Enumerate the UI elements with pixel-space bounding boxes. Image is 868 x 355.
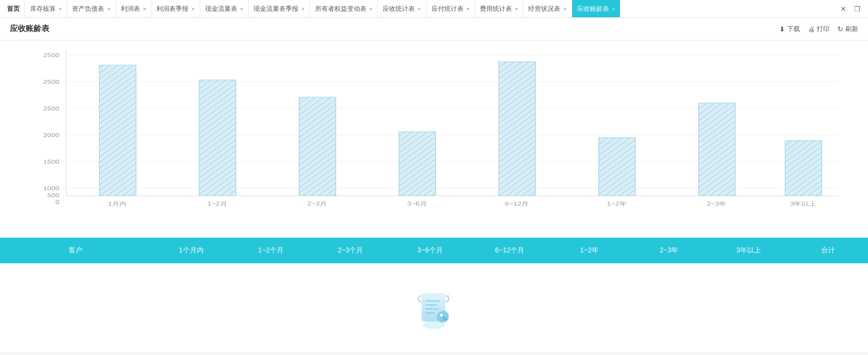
svg-line-45: [446, 292, 451, 295]
col-2-3year: 2~3年: [629, 246, 709, 255]
svg-text:1~2年: 1~2年: [607, 201, 626, 207]
tab-operations-close[interactable]: ×: [563, 6, 566, 12]
print-icon: 🖨: [808, 25, 815, 33]
download-icon: ⬇: [779, 25, 785, 33]
svg-text:2500: 2500: [43, 79, 60, 85]
tab-balance-label: 资产负债表: [72, 4, 104, 13]
tab-ar-aging-label: 应收账龄表: [577, 4, 609, 13]
table-header: 客户 1个月内 1~2个月 2~3个月 3~6个月 6~12个月 1~2年 2~…: [0, 238, 868, 263]
print-label: 打印: [817, 25, 830, 34]
tab-equity-label: 所有者权益变动表: [315, 4, 366, 13]
tab-cashflow-quarterly-label: 现金流量表季报: [253, 4, 298, 13]
tab-home-label: 首页: [7, 4, 20, 13]
refresh-label: 刷新: [845, 25, 858, 34]
svg-text:2~3月: 2~3月: [307, 201, 327, 207]
svg-rect-19: [199, 80, 236, 196]
window-restore-button[interactable]: ❐: [852, 4, 862, 14]
print-button[interactable]: 🖨 打印: [808, 25, 830, 34]
col-1-2year: 1~2年: [549, 246, 629, 255]
svg-rect-38: [425, 304, 437, 306]
tab-operations-label: 经营状况表: [528, 4, 560, 13]
tab-balance-close[interactable]: ×: [107, 6, 110, 12]
svg-text:2500: 2500: [43, 106, 60, 112]
svg-text:2000: 2000: [43, 132, 60, 139]
tab-ar-aging[interactable]: 应收账龄表 ×: [572, 0, 620, 18]
svg-text:500: 500: [47, 192, 60, 199]
tab-profit-close[interactable]: ×: [143, 6, 146, 12]
tab-profit-quarterly-label: 利润表季报: [156, 4, 188, 13]
download-label: 下载: [787, 25, 800, 34]
chart-area: 2500 2500 2500 2000 1500 1000 500 0: [0, 40, 868, 238]
header-actions: ⬇ 下载 🖨 打印 ↻ 刷新: [779, 25, 858, 34]
page-header: 应收账龄表 ⬇ 下载 🖨 打印 ↻ 刷新: [0, 18, 868, 40]
tab-inventory-close[interactable]: ×: [59, 6, 62, 12]
svg-rect-18: [100, 65, 136, 196]
tab-cashflow[interactable]: 现金流量表 ×: [200, 0, 249, 18]
svg-text:1月内: 1月内: [108, 201, 127, 207]
svg-text:1500: 1500: [43, 159, 60, 165]
svg-text:1~2月: 1~2月: [207, 201, 227, 207]
tab-operations[interactable]: 经营状况表 ×: [523, 0, 572, 18]
tab-ar-stat-label: 应收统计表: [383, 4, 415, 13]
svg-text:3年以上: 3年以上: [790, 201, 816, 207]
tab-cashflow-quarterly[interactable]: 现金流量表季报 ×: [249, 0, 310, 18]
col-3plus-year: 3年以上: [709, 246, 788, 255]
tab-ap-stat[interactable]: 应付统计表 ×: [427, 0, 475, 18]
svg-rect-37: [425, 300, 440, 302]
tab-inventory[interactable]: 库存核算 ×: [25, 0, 67, 18]
download-button[interactable]: ⬇ 下载: [779, 25, 800, 34]
tab-balance[interactable]: 资产负债表 ×: [67, 0, 115, 18]
svg-rect-23: [599, 138, 635, 196]
tab-ar-stat-close[interactable]: ×: [418, 6, 421, 12]
svg-rect-22: [499, 62, 536, 196]
window-minimize-button[interactable]: ✕: [838, 4, 848, 14]
tab-equity[interactable]: 所有者权益变动表 ×: [310, 0, 378, 18]
svg-rect-20: [299, 97, 336, 196]
chart-svg: 2500 2500 2500 2000 1500 1000 500 0: [39, 50, 838, 213]
tab-profit-quarterly-close[interactable]: ×: [191, 6, 194, 12]
window-actions: ✕ ❐: [838, 4, 866, 14]
refresh-icon: ↻: [837, 25, 843, 33]
col-3-6month: 3~6个月: [390, 246, 470, 255]
tab-inventory-label: 库存核算: [30, 4, 56, 13]
col-customer: 客户: [0, 246, 151, 255]
page-title: 应收账龄表: [10, 24, 49, 34]
tab-equity-close[interactable]: ×: [369, 6, 372, 12]
svg-rect-40: [425, 312, 435, 314]
svg-text:6~12月: 6~12月: [505, 201, 529, 207]
col-1month: 1个月内: [151, 246, 231, 255]
tab-bar: 首页 库存核算 × 资产负债表 × 利润表 × 利润表季报 × 现金流量表 × …: [0, 0, 868, 18]
svg-rect-25: [785, 141, 822, 196]
tab-profit-quarterly[interactable]: 利润表季报 ×: [151, 0, 200, 18]
tab-cashflow-quarterly-close[interactable]: ×: [301, 6, 304, 12]
tab-expense-label: 费用统计表: [480, 4, 512, 13]
svg-text:3~6月: 3~6月: [407, 201, 427, 207]
svg-rect-39: [425, 308, 439, 310]
svg-text:1000: 1000: [43, 185, 60, 192]
tab-home[interactable]: 首页: [2, 0, 25, 18]
tab-cashflow-close[interactable]: ×: [240, 6, 243, 12]
col-6-12month: 6~12个月: [470, 246, 549, 255]
svg-text:2~3年: 2~3年: [707, 201, 726, 207]
tab-profit[interactable]: 利润表 ×: [116, 0, 151, 18]
tab-expense-close[interactable]: ×: [515, 6, 518, 12]
svg-rect-24: [699, 103, 735, 196]
refresh-button[interactable]: ↻ 刷新: [837, 25, 858, 34]
chart-plot-area: 2500 2500 2500 2000 1500 1000 500 0: [39, 50, 838, 213]
tab-ap-stat-label: 应付统计表: [432, 4, 464, 13]
empty-state: [0, 263, 868, 352]
svg-text:2500: 2500: [43, 52, 60, 59]
tab-ap-stat-close[interactable]: ×: [467, 6, 470, 12]
tab-ar-aging-close[interactable]: ×: [612, 6, 615, 12]
tab-ar-stat[interactable]: 应收统计表 ×: [378, 0, 426, 18]
empty-state-icon: [409, 283, 459, 332]
svg-text:0: 0: [55, 199, 59, 206]
tab-expense[interactable]: 费用统计表 ×: [475, 0, 523, 18]
col-1-2month: 1~2个月: [231, 246, 310, 255]
tab-profit-label: 利润表: [121, 4, 140, 13]
tab-cashflow-label: 现金流量表: [205, 4, 237, 13]
svg-rect-21: [399, 132, 435, 196]
col-2-3month: 2~3个月: [311, 246, 390, 255]
col-total: 合计: [789, 246, 868, 255]
main-content: 2500 2500 2500 2000 1500 1000 500 0: [0, 40, 868, 352]
